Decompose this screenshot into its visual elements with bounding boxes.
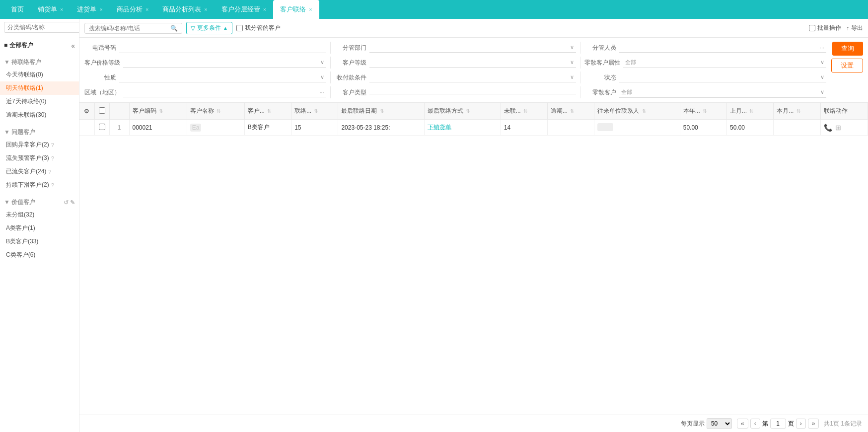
nav-purchase[interactable]: 进货单 × xyxy=(70,0,109,19)
sidebar-item-b-class[interactable]: B类客户(33) xyxy=(0,235,79,248)
filter-price-level-select[interactable]: ∨ xyxy=(123,58,326,68)
sidebar-item-a-class[interactable]: A类客户(1) xyxy=(0,221,79,235)
footer: 每页显示 50 10 20 100 « ‹ 第 页 › » 共1页 1条记录 xyxy=(79,415,868,432)
first-page-btn[interactable]: « xyxy=(737,419,748,429)
sidebar-item-tomorrow[interactable]: 明天待联络(1) xyxy=(0,81,79,95)
close-icon[interactable]: × xyxy=(60,6,63,12)
sidebar-item-7days[interactable]: 近7天待联络(0) xyxy=(0,95,79,108)
filter-payment-select[interactable]: ∨ xyxy=(369,72,577,82)
sidebar-search-input[interactable] xyxy=(4,22,79,33)
filter-region-select[interactable]: ··· xyxy=(123,88,326,97)
more-filter-label: 更多条件 xyxy=(197,24,221,32)
query-btn[interactable]: 查询 xyxy=(832,42,863,56)
last-page-btn[interactable]: » xyxy=(808,419,819,429)
col-settings[interactable]: ⚙ xyxy=(79,103,94,120)
page-size-select: 每页显示 50 10 20 100 xyxy=(681,418,732,429)
filter-person-select[interactable]: ··· xyxy=(619,43,826,53)
close-icon[interactable]: × xyxy=(309,6,312,12)
value-customers-group: ▼ 价值客户 ↺ ✎ 未分组(32) A类客户(1) B类客户(33) C类客户… xyxy=(0,194,79,264)
row-overdue xyxy=(548,120,594,136)
nav-customer-contact[interactable]: 客户联络 × xyxy=(273,0,319,19)
row-select-checkbox[interactable] xyxy=(99,124,105,130)
sidebar-item-c-class[interactable]: C类客户(6) xyxy=(0,248,79,262)
filter-customer-level-select[interactable]: ∨ xyxy=(369,58,577,68)
unit-contact-blurred xyxy=(597,123,613,131)
close-icon[interactable]: × xyxy=(204,6,207,12)
sidebar-search-area: 🔍 xyxy=(0,19,79,36)
sidebar-item-declining[interactable]: 持续下滑客户(2) ? xyxy=(0,178,79,192)
problem-customers-items: 回购异常客户(2) ? 流失预警客户(3) ? 已流失客户(24) ? 持续下滑… xyxy=(0,138,79,192)
filter-customer-type: 客户类型 xyxy=(335,88,577,97)
value-customers-icons: ↺ ✎ xyxy=(64,199,75,206)
search-icon[interactable]: 🔍 xyxy=(170,25,178,32)
export-btn[interactable]: ↑ 导出 xyxy=(846,24,863,32)
batch-op-btn[interactable]: 批量操作 xyxy=(809,24,841,32)
last-method-link[interactable]: 下销货单 xyxy=(428,124,451,131)
filter-nature-select[interactable]: ∨ xyxy=(119,72,326,82)
refresh-icon[interactable]: ↺ xyxy=(64,199,69,206)
col-last-month: 上月... ⇅ xyxy=(727,103,774,120)
col-overdue: 逾期... ⇅ xyxy=(548,103,594,120)
filter-phone-input[interactable] xyxy=(119,43,326,53)
filter-btn-group: 查询 设置 xyxy=(826,42,863,72)
prev-page-btn[interactable]: ‹ xyxy=(750,419,760,429)
filter-retail-customer-select[interactable]: 全部∨ xyxy=(619,87,826,98)
sidebar-item-overdue[interactable]: 逾期未联络(30) xyxy=(0,108,79,122)
batch-checkbox[interactable] xyxy=(809,25,815,31)
nav-customer-tier[interactable]: 客户分层经营 × xyxy=(215,0,273,19)
close-icon[interactable]: × xyxy=(99,6,102,12)
sidebar-item-churned[interactable]: 已流失客户(24) ? xyxy=(0,165,79,178)
sidebar-item-today[interactable]: 今天待联络(0) xyxy=(0,68,79,81)
pending-contact-items: 今天待联络(0) 明天待联络(1) 近7天待联络(0) 逾期未联络(30) xyxy=(0,68,79,122)
grid-icon[interactable]: ⊞ xyxy=(835,124,841,132)
col-last-date: 最后联络日期 ⇅ xyxy=(338,103,425,120)
nav-product-analysis-list[interactable]: 商品分析列表 × xyxy=(155,0,214,19)
pending-contact-title[interactable]: ▼ 待联络客户 xyxy=(0,56,79,68)
filter-retail-customer: 零散客户 全部∨ xyxy=(584,87,826,98)
set-btn[interactable]: 设置 xyxy=(831,59,863,72)
value-customers-title[interactable]: ▼ 价值客户 ↺ ✎ xyxy=(0,196,79,208)
filter-price-level: 客户价格等级 ∨ xyxy=(84,58,326,68)
close-icon[interactable]: × xyxy=(145,6,148,12)
page-size-label: 每页显示 xyxy=(681,420,705,428)
filter-customer-type-select[interactable] xyxy=(369,91,577,94)
next-page-btn[interactable]: › xyxy=(796,419,806,429)
sidebar-item-churn-warning[interactable]: 流失预警客户(3) ? xyxy=(0,151,79,165)
table-header: ⚙ 客户编码 ⇅ 客户名称 ⇅ 客户... ⇅ 联络... ⇅ 最后联络日期 ⇅… xyxy=(79,103,868,120)
nav-sales[interactable]: 销货单 × xyxy=(31,0,70,19)
filter-status: 状态 ∨ xyxy=(584,72,826,82)
filter-phone: 电话号码 xyxy=(84,43,326,53)
edit-icon[interactable]: ✎ xyxy=(70,199,75,206)
filter-customer-type-label: 客户类型 xyxy=(335,88,369,97)
more-filter-btn[interactable]: ▽ 更多条件 ▲ xyxy=(186,22,232,34)
filter-dept-select[interactable]: ∨ xyxy=(369,43,577,53)
row-unit-contact xyxy=(594,120,680,136)
main-content: 🔍 ▽ 更多条件 ▲ 我分管的客户 批量操作 ↑ 导出 xyxy=(79,19,868,432)
col-code: 客户编码 ⇅ xyxy=(129,103,187,120)
select-all-checkbox[interactable] xyxy=(99,107,105,114)
filter-retail-attr-select[interactable]: 全部∨ xyxy=(623,57,826,68)
filter-price-level-label: 客户价格等级 xyxy=(84,59,123,67)
sidebar-item-ungrouped[interactable]: 未分组(32) xyxy=(0,208,79,221)
filter-row-1: 电话号码 分管部门 ∨ 分管人员 xyxy=(84,42,826,54)
phone-icon[interactable]: 📞 xyxy=(824,124,832,132)
col-name: 客户名称 ⇅ xyxy=(187,103,244,120)
page-number-input[interactable] xyxy=(770,419,786,429)
filter-person: 分管人员 ··· xyxy=(584,43,826,53)
page-size-dropdown[interactable]: 50 10 20 100 xyxy=(707,418,732,429)
my-customers-checkbox[interactable] xyxy=(236,25,243,31)
search-input[interactable] xyxy=(89,25,168,32)
sidebar-item-repurchase[interactable]: 回购异常客户(2) ? xyxy=(0,138,79,151)
nav-product-analysis[interactable]: 商品分析 × xyxy=(110,0,155,19)
close-icon[interactable]: × xyxy=(263,6,266,12)
problem-customers-title[interactable]: ▼ 问题客户 xyxy=(0,126,79,138)
filter-status-select[interactable]: ∨ xyxy=(619,72,826,82)
nav-home[interactable]: 首页 xyxy=(4,0,31,19)
filter-phone-label: 电话号码 xyxy=(84,44,119,52)
filter-customer-level-label: 客户等级 xyxy=(335,59,369,67)
row-type: B类客户 xyxy=(244,120,291,136)
col-not-contacted: 未联... ⇅ xyxy=(501,103,547,120)
export-label: 导出 xyxy=(851,24,863,32)
all-customers-header[interactable]: ■ 全部客户 « xyxy=(0,38,79,52)
fold-icon[interactable]: « xyxy=(71,42,75,50)
